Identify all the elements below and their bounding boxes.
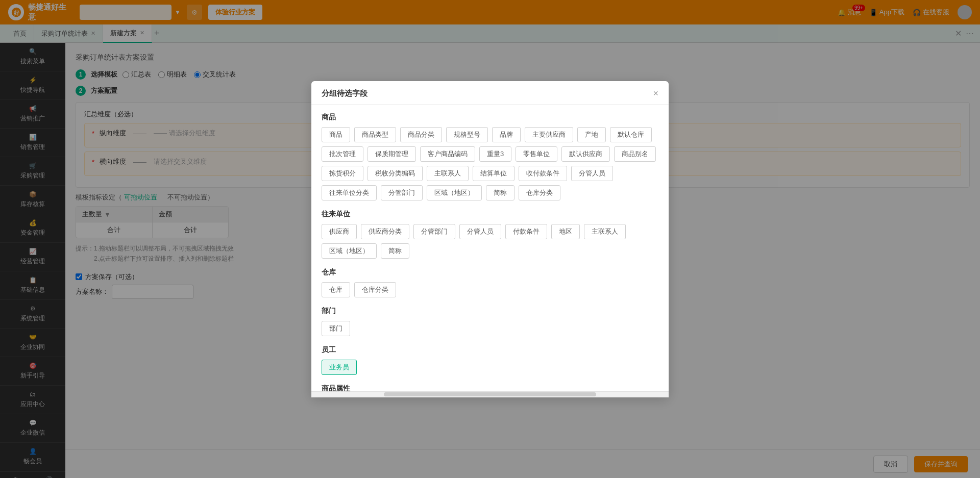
- field-group-warehouse: 仓库 仓库 仓库分类: [322, 268, 658, 297]
- field-tag-origin[interactable]: 产地: [577, 127, 606, 142]
- field-tag-manager[interactable]: 分管人员: [571, 166, 613, 181]
- field-tag-department[interactable]: 部门: [322, 321, 350, 336]
- field-tag-region[interactable]: 区域（地区）: [427, 185, 482, 200]
- field-tag-pick-score[interactable]: 拣货积分: [322, 166, 363, 181]
- field-tag-manage-dept[interactable]: 分管部门: [413, 224, 455, 239]
- field-tag-main-contact-p[interactable]: 主联系人: [584, 224, 626, 239]
- field-tag-area[interactable]: 地区: [551, 224, 580, 239]
- field-tag-supplier-category[interactable]: 供应商分类: [361, 224, 409, 239]
- field-tag-region-p[interactable]: 区域（地区）: [322, 243, 377, 259]
- field-tags-employee: 业务员: [322, 360, 658, 375]
- field-tag-tax-code[interactable]: 税收分类编码: [368, 166, 423, 181]
- field-tag-settle-unit[interactable]: 结算单位: [473, 166, 514, 181]
- field-tag-warehouse-category[interactable]: 仓库分类: [519, 185, 560, 200]
- modal-body[interactable]: 商品 商品 商品类型 商品分类 规格型号 品牌 主要供应商 产地 默认仓库 批次…: [311, 105, 669, 391]
- field-group-warehouse-title: 仓库: [322, 268, 658, 277]
- field-group-partner-title: 往来单位: [322, 210, 658, 219]
- field-group-product-attr: 商品属性 属性 颜色 多规格 尺码 鞋码 1: [322, 384, 658, 391]
- field-tag-default-supplier[interactable]: 默认供应商: [561, 146, 610, 162]
- modal-close-button[interactable]: ×: [653, 88, 658, 99]
- field-tags-product: 商品 商品类型 商品分类 规格型号 品牌 主要供应商 产地 默认仓库 批次管理 …: [322, 127, 658, 200]
- field-tag-salesperson[interactable]: 业务员: [322, 360, 357, 375]
- field-tag-product-alias[interactable]: 商品别名: [614, 146, 656, 162]
- field-tag-supplier[interactable]: 供应商: [322, 224, 357, 239]
- field-tag-main-contact[interactable]: 主联系人: [427, 166, 469, 181]
- field-tag-pay-condition[interactable]: 付款条件: [505, 224, 547, 239]
- field-group-product-attr-title: 商品属性: [322, 384, 658, 391]
- field-tag-manage-person[interactable]: 分管人员: [459, 224, 501, 239]
- field-group-employee: 员工 业务员: [322, 345, 658, 375]
- field-tag-product[interactable]: 商品: [322, 127, 350, 142]
- scroll-thumb: [384, 392, 596, 396]
- field-tag-short-p[interactable]: 简称: [381, 243, 409, 259]
- modal-footer-scrollbar[interactable]: [311, 391, 669, 397]
- modal-header: 分组待选字段 ×: [311, 81, 669, 105]
- field-group-product: 商品 商品 商品类型 商品分类 规格型号 品牌 主要供应商 产地 默认仓库 批次…: [322, 113, 658, 200]
- field-tag-product-category[interactable]: 商品分类: [400, 127, 442, 142]
- modal-overlay: 分组待选字段 × 商品 商品 商品类型 商品分类 规格型号 品牌 主要供应商 产…: [0, 0, 980, 478]
- field-group-partner: 往来单位 供应商 供应商分类 分管部门 分管人员 付款条件 地区 主联系人 区域…: [322, 210, 658, 259]
- field-tag-dept[interactable]: 分管部门: [381, 185, 423, 200]
- field-selection-modal: 分组待选字段 × 商品 商品 商品类型 商品分类 规格型号 品牌 主要供应商 产…: [311, 81, 669, 397]
- field-tag-warehouse-cat[interactable]: 仓库分类: [354, 282, 396, 297]
- modal-title: 分组待选字段: [322, 89, 368, 98]
- field-tag-payment-terms[interactable]: 收付款条件: [519, 166, 567, 181]
- field-tag-spec-model[interactable]: 规格型号: [446, 127, 488, 142]
- field-tag-default-warehouse[interactable]: 默认仓库: [610, 127, 652, 142]
- field-tag-warehouse[interactable]: 仓库: [322, 282, 350, 297]
- field-tag-quality-mgmt[interactable]: 保质期管理: [368, 146, 416, 162]
- field-tag-partner-category[interactable]: 往来单位分类: [322, 185, 377, 200]
- field-tag-main-supplier[interactable]: 主要供应商: [525, 127, 573, 142]
- field-group-department-title: 部门: [322, 307, 658, 316]
- field-tag-brand[interactable]: 品牌: [492, 127, 521, 142]
- field-group-employee-title: 员工: [322, 345, 658, 355]
- field-tag-product-type[interactable]: 商品类型: [354, 127, 396, 142]
- field-tag-batch-mgmt[interactable]: 批次管理: [322, 146, 363, 162]
- field-tag-shortname[interactable]: 简称: [486, 185, 514, 200]
- field-tag-customer-sku[interactable]: 客户商品编码: [420, 146, 475, 162]
- field-tag-weight3[interactable]: 重量3: [479, 146, 511, 162]
- field-tags-partner: 供应商 供应商分类 分管部门 分管人员 付款条件 地区 主联系人 区域（地区） …: [322, 224, 658, 259]
- field-tag-retail-unit[interactable]: 零售单位: [516, 146, 557, 162]
- field-group-product-title: 商品: [322, 113, 658, 122]
- field-group-department: 部门 部门: [322, 307, 658, 336]
- field-tags-department: 部门: [322, 321, 658, 336]
- field-tags-warehouse: 仓库 仓库分类: [322, 282, 658, 297]
